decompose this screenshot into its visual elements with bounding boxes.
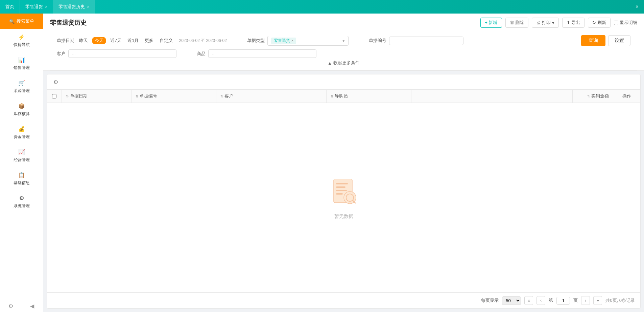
tab-home[interactable]: 首页 bbox=[0, 0, 20, 14]
window-close-button[interactable]: × bbox=[636, 4, 639, 10]
pagination-bar: 每页显示 50 10 20 100 « ‹ 第 页 › » 共0页, 0条记录 bbox=[47, 292, 640, 308]
type-tag-label: 零售退货 bbox=[274, 38, 290, 44]
th-action: 操作 bbox=[613, 90, 640, 103]
next-page-button[interactable]: › bbox=[581, 296, 590, 305]
table-settings-icon: ⚙ bbox=[53, 79, 58, 85]
th-guide[interactable]: ⇅ 导购员 bbox=[327, 90, 411, 103]
toolbar: + 新增 🗑 删除 🖨 打印 ▾ ⬆ 导出 ↻ 刷新 bbox=[480, 18, 637, 28]
tab-home-label: 首页 bbox=[5, 4, 14, 10]
sidebar-item-label: 采购管理 bbox=[14, 88, 30, 94]
svg-rect-4 bbox=[336, 193, 343, 195]
sidebar-item-label: 资金管理 bbox=[14, 134, 30, 140]
last-page-button[interactable]: » bbox=[593, 296, 602, 305]
goods-filter-input[interactable]: ... bbox=[208, 49, 316, 58]
page-title-row: 零售退货历史 + 新增 🗑 删除 🖨 打印 ▾ ⬆ 导出 bbox=[50, 18, 637, 28]
refresh-button[interactable]: ↻ 刷新 bbox=[588, 18, 611, 28]
settings-button[interactable]: 设置 bbox=[608, 35, 630, 46]
sort-icon: ⇅ bbox=[220, 94, 223, 98]
sidebar-item-system[interactable]: ⚙ 系统管理 bbox=[0, 190, 43, 213]
first-page-button[interactable]: « bbox=[524, 296, 533, 305]
per-page-label: 每页显示 bbox=[481, 297, 499, 304]
th-date-label: 单据日期 bbox=[70, 93, 88, 99]
prev-page-button[interactable]: ‹ bbox=[536, 296, 545, 305]
svg-rect-1 bbox=[336, 183, 348, 184]
th-date[interactable]: ⇅ 单据日期 bbox=[62, 90, 132, 103]
tab-retail-return-history-label: 零售退货历史 bbox=[58, 4, 85, 10]
export-button-label: ⬆ 导出 bbox=[567, 20, 580, 26]
delete-button-label: 🗑 删除 bbox=[510, 20, 524, 26]
no-filter-input[interactable] bbox=[389, 37, 463, 45]
quick-nav-icon: ⚡ bbox=[18, 33, 25, 41]
date-1month-btn[interactable]: 近1月 bbox=[125, 37, 141, 44]
sort-icon: ⇅ bbox=[587, 94, 590, 98]
new-button[interactable]: + 新增 bbox=[480, 18, 502, 28]
date-today-btn[interactable]: 今天 bbox=[92, 37, 106, 44]
select-all-checkbox[interactable] bbox=[52, 94, 56, 98]
sidebar-item-purchase[interactable]: 🛒 采购管理 bbox=[0, 75, 43, 98]
th-customer[interactable]: ⇅ 客户 bbox=[216, 90, 327, 103]
tab-retail-return-history-close[interactable]: × bbox=[87, 4, 89, 9]
table-container: ⚙ ⇅ 单据日期 ⇅ 单据编号 ⇅ 客户 bbox=[47, 74, 641, 309]
empty-text: 暂无数据 bbox=[334, 214, 353, 220]
th-checkbox bbox=[47, 90, 62, 103]
type-filter-selector[interactable]: 零售退货 × ▾ bbox=[267, 36, 349, 46]
page-label-suffix: 页 bbox=[573, 297, 578, 304]
th-amount-label: 实销金额 bbox=[591, 93, 609, 99]
page-label-prefix: 第 bbox=[549, 297, 553, 304]
sidebar-item-sales[interactable]: 📊 销售管理 bbox=[0, 52, 43, 75]
date-custom-btn[interactable]: 自定义 bbox=[158, 37, 175, 44]
table-settings-button[interactable]: ⚙ bbox=[51, 77, 61, 87]
delete-button[interactable]: 🗑 删除 bbox=[505, 18, 529, 28]
sidebar-item-operations[interactable]: 📈 经营管理 bbox=[0, 144, 43, 167]
date-yesterday-btn[interactable]: 昨天 bbox=[77, 37, 90, 44]
operations-icon: 📈 bbox=[18, 148, 25, 156]
sidebar-item-label: 库存核算 bbox=[14, 111, 30, 117]
svg-rect-3 bbox=[336, 190, 347, 191]
empty-state: 暂无数据 bbox=[47, 103, 640, 292]
collapse-label: 收起更多条件 bbox=[333, 60, 360, 66]
total-info: 共0页, 0条记录 bbox=[605, 297, 635, 304]
sidebar-item-inventory[interactable]: 📦 库存核算 bbox=[0, 98, 43, 121]
type-tag-close[interactable]: × bbox=[291, 39, 293, 43]
export-button[interactable]: ⬆ 导出 bbox=[562, 18, 585, 28]
th-amount[interactable]: ⇅ 实销金额 bbox=[573, 90, 613, 103]
finance-icon: 💰 bbox=[18, 125, 25, 133]
sales-icon: 📊 bbox=[18, 56, 25, 64]
th-no[interactable]: ⇅ 单据编号 bbox=[132, 90, 216, 103]
base-info-icon: 📋 bbox=[18, 171, 25, 179]
filter-row-2: 客户 ... 商品 ... bbox=[57, 49, 630, 58]
collapse-button[interactable]: ▲ 收起更多条件 bbox=[328, 60, 360, 66]
tab-retail-return-close[interactable]: × bbox=[45, 4, 47, 9]
date-filter-buttons: 昨天 今天 近7天 近1月 更多 自定义 bbox=[77, 37, 175, 44]
show-detail-checkbox[interactable] bbox=[614, 21, 618, 25]
query-button[interactable]: 查询 bbox=[581, 35, 605, 46]
show-detail-checkbox-label[interactable]: 显示明细 bbox=[614, 20, 637, 26]
customer-filter-input[interactable]: ... bbox=[68, 49, 176, 58]
refresh-button-label: ↻ 刷新 bbox=[592, 20, 606, 26]
sidebar-search[interactable]: 🔍 搜索菜单 bbox=[0, 14, 43, 29]
tab-retail-return-label: 零售退货 bbox=[25, 4, 43, 10]
content-area: 零售退货历史 + 新增 🗑 删除 🖨 打印 ▾ ⬆ 导出 bbox=[43, 14, 644, 312]
empty-icon bbox=[327, 176, 361, 209]
per-page-select[interactable]: 50 10 20 100 bbox=[502, 296, 521, 305]
sort-icon: ⇅ bbox=[331, 94, 333, 98]
query-button-label: 查询 bbox=[589, 38, 598, 43]
tab-list: 首页 零售退货 × 零售退货历史 × bbox=[0, 0, 95, 14]
sidebar-item-base-info[interactable]: 📋 基础信息 bbox=[0, 167, 43, 190]
print-button[interactable]: 🖨 打印 ▾ bbox=[532, 18, 559, 28]
sidebar-item-quick-nav[interactable]: ⚡ 快捷导航 bbox=[0, 29, 43, 52]
print-button-label: 🖨 打印 bbox=[536, 20, 551, 26]
sidebar-collapse-button[interactable]: ◀ bbox=[22, 303, 43, 309]
type-filter-label: 单据类型 bbox=[247, 38, 265, 44]
page-input[interactable] bbox=[556, 297, 570, 305]
sidebar-item-label: 系统管理 bbox=[14, 203, 30, 209]
tab-retail-return-history[interactable]: 零售退货历史 × bbox=[53, 0, 95, 14]
date-more-btn[interactable]: 更多 bbox=[143, 37, 156, 44]
sidebar-bottom: ⚙ ◀ bbox=[0, 300, 43, 312]
tab-retail-return[interactable]: 零售退货 × bbox=[20, 0, 53, 14]
goods-placeholder: ... bbox=[212, 51, 216, 56]
sidebar-item-finance[interactable]: 💰 资金管理 bbox=[0, 121, 43, 144]
date-range-display: 2023-06-02 至 2023-06-02 bbox=[179, 38, 226, 44]
sidebar-settings-button[interactable]: ⚙ bbox=[0, 303, 22, 309]
date-7days-btn[interactable]: 近7天 bbox=[108, 37, 123, 44]
